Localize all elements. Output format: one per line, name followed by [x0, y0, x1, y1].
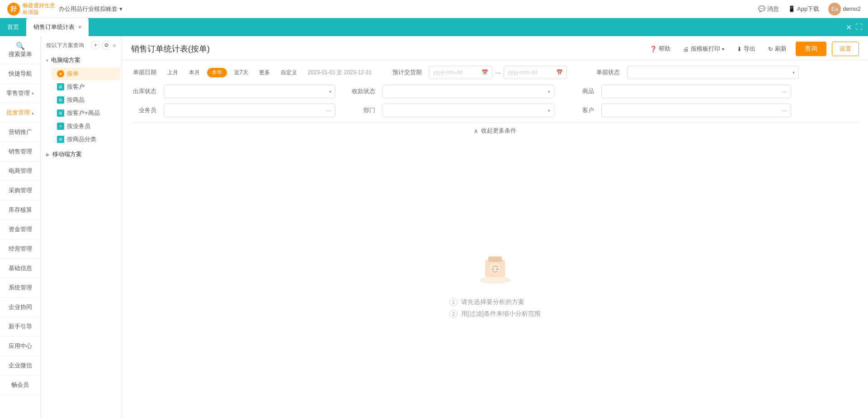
sidebar-item-marketing[interactable]: 营销推广: [0, 123, 40, 142]
refresh-button[interactable]: ↻ 刷新: [764, 43, 790, 55]
logo-text: 畅捷通好生意 标准版: [23, 2, 55, 15]
chevron-down-icon: ▾: [548, 108, 550, 113]
scheme-item-by-customer-goods[interactable]: ⊞ 按客户+商品: [52, 107, 120, 119]
doc-status-select[interactable]: ▾: [627, 66, 799, 79]
customer-select[interactable]: ···: [601, 104, 791, 117]
sidebar-item-purchase[interactable]: 采购管理: [0, 181, 40, 200]
calendar-icon2: 📅: [556, 69, 563, 76]
sidebar-item-sales-mgmt[interactable]: 销售管理: [0, 142, 40, 162]
tab-home[interactable]: 首页: [0, 18, 26, 36]
payment-status-select[interactable]: ▾: [382, 85, 554, 98]
sidebar-item-operations[interactable]: 经营管理: [0, 239, 40, 259]
sidebar-item-finance[interactable]: 资金管理: [0, 220, 40, 239]
collapse-scheme-button[interactable]: «: [113, 42, 116, 49]
query-button[interactable]: 查询: [796, 42, 826, 56]
print-icon: 🖨: [683, 46, 689, 52]
customer-label: 客户: [569, 106, 594, 114]
payment-status-label: 收款状态: [350, 87, 375, 95]
sidebar-item-member[interactable]: 畅会员: [0, 375, 40, 395]
svg-point-5: [496, 268, 498, 270]
scheme-item-by-order[interactable]: ● 按单: [52, 67, 120, 80]
multi-select-icon2[interactable]: ···: [326, 107, 331, 114]
shortcut-this-year[interactable]: 本年: [207, 68, 227, 77]
help-button[interactable]: ❓ 帮助: [646, 43, 674, 55]
chevron-down-icon: ▾: [722, 47, 724, 52]
sidebar: 🔍 搜索菜单 快捷导航 零售管理 ▾ 批发管理 ▴ 营销推广 销售管理 电商管理…: [0, 36, 41, 418]
main-content: 销售订单统计表(按单) ❓ 帮助 🖨 按模板打印 ▾ ⬇: [122, 36, 868, 418]
shortcut-custom[interactable]: 自定义: [277, 68, 301, 77]
export-button[interactable]: ⬇ 导出: [733, 43, 759, 55]
scheme-grid-icon3: ⊞: [57, 109, 64, 117]
scheme-item-by-goods[interactable]: ⊞ 按商品: [52, 94, 120, 106]
user-avatar-button[interactable]: Ea demo2: [828, 3, 861, 15]
multi-select-icon[interactable]: ···: [782, 88, 787, 95]
filter-row-1: 单据日期 上月 本月 本年 近7天 更多 自定义 2023-01-01 至 20…: [131, 66, 859, 79]
tab-close-icon[interactable]: ×: [78, 24, 81, 30]
empty-tip-1: 1 请先选择要分析的方案: [449, 298, 541, 306]
salesman-label: 业务员: [131, 106, 156, 114]
sidebar-item-enterprise[interactable]: 企业协同: [0, 298, 40, 317]
sidebar-item-basic-info[interactable]: 基础信息: [0, 259, 40, 278]
department-select[interactable]: ▾: [382, 104, 554, 117]
sidebar-item-quick-nav[interactable]: 快捷导航: [0, 64, 40, 84]
scheme-item-by-salesman[interactable]: ≡ 按业务员: [52, 120, 120, 133]
page-title: 销售订单统计表(按单): [131, 43, 210, 54]
scheme-panel-header: 按以下方案查询 + ⚙ «: [41, 41, 122, 53]
shortcut-last-7days[interactable]: 近7天: [231, 68, 252, 77]
message-button[interactable]: 💬 消息: [758, 5, 779, 13]
mobile-section-toggle[interactable]: ▶ 移动端方案: [41, 147, 122, 161]
export-icon: ⬇: [737, 46, 742, 52]
goods-select[interactable]: ···: [601, 85, 791, 98]
sidebar-item-search[interactable]: 🔍 搜索菜单: [0, 36, 40, 64]
salesman-select[interactable]: ···: [164, 104, 335, 117]
sidebar-item-retail[interactable]: 零售管理 ▾: [0, 84, 40, 103]
sidebar-item-wholesale[interactable]: 批发管理 ▴: [0, 103, 40, 123]
shortcut-last-month[interactable]: 上月: [164, 68, 182, 77]
filter-row-3: 业务员 ··· 部门 ▾ 客户 ···: [131, 104, 859, 117]
scheme-circle-icon: ●: [57, 70, 64, 77]
window-close-button[interactable]: ✕: [846, 23, 852, 32]
settings-button[interactable]: 设置: [832, 42, 859, 56]
scheme-grid-icon: ⊞: [57, 83, 64, 90]
predicted-date-from: yyyy-mm-dd 📅 — yyyy-mm-dd 📅: [429, 66, 574, 79]
date-to-input[interactable]: yyyy-mm-dd 📅: [504, 66, 567, 79]
main-layout: 🔍 搜索菜单 快捷导航 零售管理 ▾ 批发管理 ▴ 营销推广 销售管理 电商管理…: [0, 36, 868, 418]
add-scheme-button[interactable]: +: [91, 41, 100, 50]
top-bar: 好 畅捷通好生意 标准版 办公用品行业模拟账套 ▾ 💬 消息 📱 App下载 E…: [0, 0, 868, 18]
date-from-input[interactable]: yyyy-mm-dd 📅: [429, 66, 492, 79]
shortcut-this-month[interactable]: 本月: [185, 68, 203, 77]
sidebar-item-newbie[interactable]: 新手引导: [0, 317, 40, 337]
content-area: 按以下方案查询 + ⚙ « ▾ 电脑端方案 ● 按单: [41, 36, 868, 418]
settings-scheme-button[interactable]: ⚙: [102, 41, 111, 50]
print-button[interactable]: 🖨 按模板打印 ▾: [679, 43, 728, 55]
empty-tips: 1 请先选择要分析的方案 2 用[过滤]条件来缩小分析范围: [449, 298, 541, 318]
chevron-up-icon: ∧: [474, 128, 478, 134]
sidebar-item-app-center[interactable]: 应用中心: [0, 337, 40, 356]
app-download-button[interactable]: 📱 App下载: [788, 5, 819, 13]
collapse-filters-button[interactable]: ∧ 收起更多条件: [131, 123, 859, 138]
scheme-list: ● 按单 ⊞ 按客户 ⊞ 按商品 ⊞ 按客户+商品: [41, 67, 122, 146]
company-selector[interactable]: 办公用品行业模拟账套 ▾: [59, 5, 123, 13]
scheme-grid-icon2: ⊞: [57, 96, 64, 104]
sidebar-item-inventory[interactable]: 库存核算: [0, 200, 40, 220]
date-range-display: 2023-01-01 至 2023-12-31: [308, 69, 372, 76]
scheme-grid-icon4: ⊞: [57, 136, 64, 143]
message-icon: 💬: [758, 5, 765, 12]
shortcut-more[interactable]: 更多: [255, 68, 274, 77]
pc-section-toggle[interactable]: ▾ 电脑端方案: [41, 53, 122, 67]
sidebar-item-ecommerce[interactable]: 电商管理: [0, 162, 40, 181]
svg-point-0: [479, 276, 511, 284]
help-icon: ❓: [650, 46, 657, 52]
scheme-bar-icon: ≡: [57, 123, 64, 130]
department-label: 部门: [350, 106, 375, 114]
scheme-item-by-category[interactable]: ⊞ 按商品分类: [52, 133, 120, 146]
multi-select-icon3[interactable]: ···: [782, 107, 787, 114]
window-maximize-button[interactable]: ⛶: [855, 23, 863, 32]
ship-status-select[interactable]: ▾: [164, 85, 335, 98]
scheme-item-by-customer[interactable]: ⊞ 按客户: [52, 81, 120, 93]
sidebar-item-wechat[interactable]: 企业微信: [0, 356, 40, 375]
search-icon: 🔍: [4, 42, 37, 50]
tab-sales-order-stats[interactable]: 销售订单统计表 ×: [26, 18, 89, 36]
sidebar-item-system[interactable]: 系统管理: [0, 278, 40, 298]
empty-illustration: [472, 244, 518, 289]
